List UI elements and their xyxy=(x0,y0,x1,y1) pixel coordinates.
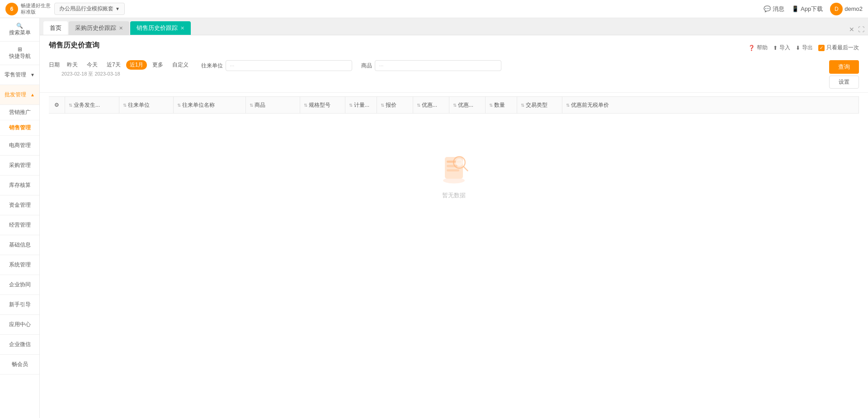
settings-button[interactable]: 设置 xyxy=(829,76,859,89)
sidebar-item-operation[interactable]: 经营管理 xyxy=(0,215,39,235)
svg-line-7 xyxy=(464,167,468,171)
sort-icon: ⇅ xyxy=(453,103,457,108)
user-menu[interactable]: D demo2 xyxy=(830,3,863,15)
partner-filter: 往来单位 ··· xyxy=(201,60,352,71)
product-filter-label: 商品 xyxy=(361,62,372,70)
query-button[interactable]: 查询 xyxy=(829,60,859,74)
top-bar-left: 6 畅捷通好生意 标准版 办公用品行业模拟账套 ▼ xyxy=(5,3,125,15)
product-input[interactable]: ··· xyxy=(375,60,501,71)
sidebar-item-enterprise[interactable]: 企业协同 xyxy=(0,275,39,295)
svg-point-6 xyxy=(456,159,463,166)
chevron-down-icon: ▼ xyxy=(115,6,120,11)
th-settings[interactable]: ⚙ xyxy=(49,97,65,113)
import-action[interactable]: ⬆ 导入 xyxy=(773,44,790,52)
logo-area: 6 畅捷通好生意 标准版 xyxy=(5,3,51,15)
th-quote[interactable]: ⇅ 报价 xyxy=(377,97,413,113)
empty-text: 暂无数据 xyxy=(442,191,466,200)
date-filter: 日期 昨天 今天 近7天 近1月 更多 自定义 2023-02-18 至 202… xyxy=(49,60,192,77)
sidebar-sub-item-sales[interactable]: 销售管理 xyxy=(0,120,39,136)
sort-icon: ⇅ xyxy=(349,103,353,108)
th-product[interactable]: ⇅ 商品 xyxy=(246,97,300,113)
th-unit[interactable]: ⇅ 计量... xyxy=(345,97,377,113)
sort-icon: ⇅ xyxy=(381,103,384,108)
page-header-actions: ❓ 帮助 ⬆ 导入 ⬇ 导出 ✓ 只看最后一次 xyxy=(748,44,859,52)
message-icon: 💬 xyxy=(764,5,771,12)
sidebar-item-app-center[interactable]: 应用中心 xyxy=(0,315,39,335)
tab-bar: 首页 采购历史价跟踪 ✕ 销售历史价跟踪 ✕ ✕ ⛶ xyxy=(40,18,868,35)
chevron-up-icon: ▲ xyxy=(30,92,35,97)
th-discount2[interactable]: ⇅ 优惠... xyxy=(449,97,486,113)
sort-icon: ⇅ xyxy=(177,103,181,108)
top-bar: 6 畅捷通好生意 标准版 办公用品行业模拟账套 ▼ 💬 消息 📱 App下载 D… xyxy=(0,0,868,18)
th-discount1[interactable]: ⇅ 优惠... xyxy=(413,97,449,113)
sidebar-item-retail[interactable]: 零售管理 ▼ xyxy=(0,65,39,85)
sort-icon: ⇅ xyxy=(123,103,127,108)
date-tab-yesterday[interactable]: 昨天 xyxy=(63,60,81,70)
top-bar-right: 💬 消息 📱 App下载 D demo2 xyxy=(764,3,863,15)
checkbox-icon: ✓ xyxy=(818,45,825,51)
content-area: 首页 采购历史价跟踪 ✕ 销售历史价跟踪 ✕ ✕ ⛶ 销售历史价查询 xyxy=(40,18,868,418)
message-nav[interactable]: 💬 消息 xyxy=(764,5,784,13)
sort-icon: ⇅ xyxy=(250,103,253,108)
tab-home-label: 首页 xyxy=(50,24,61,32)
tab-maximize-icon[interactable]: ⛶ xyxy=(858,26,864,33)
logo-text: 畅捷通好生意 标准版 xyxy=(21,3,51,14)
partner-input[interactable]: ··· xyxy=(226,60,352,71)
sidebar-item-finance[interactable]: 资金管理 xyxy=(0,195,39,215)
th-qty[interactable]: ⇅ 数量 xyxy=(486,97,517,113)
tab-purchase-history[interactable]: 采购历史价跟踪 ✕ xyxy=(69,21,129,35)
sort-icon: ⇅ xyxy=(69,103,72,108)
sidebar-item-system[interactable]: 系统管理 xyxy=(0,255,39,275)
th-tax-price[interactable]: ⇅ 优惠前无税单价 xyxy=(562,97,859,113)
th-partner-name[interactable]: ⇅ 往来单位名称 xyxy=(174,97,246,113)
sidebar-item-inventory[interactable]: 库存核算 xyxy=(0,176,39,195)
logo-icon: 6 xyxy=(5,3,18,15)
sidebar-item-basic-info[interactable]: 基础信息 xyxy=(0,235,39,255)
sort-icon: ⇅ xyxy=(417,103,420,108)
tab-sales-history[interactable]: 销售历史价跟踪 ✕ xyxy=(130,21,191,35)
only-last-checkbox[interactable]: ✓ 只看最后一次 xyxy=(818,44,859,52)
date-tab-today[interactable]: 今天 xyxy=(83,60,101,70)
sidebar-item-shortcut[interactable]: ⊞ 快捷导航 xyxy=(0,42,39,65)
help-icon: ❓ xyxy=(748,45,755,51)
table-area: ⚙ ⇅ 业务发生... ⇅ 往来单位 ⇅ 往来单位名称 xyxy=(40,96,868,236)
tab-purchase-label: 采购历史价跟踪 xyxy=(75,24,116,32)
sidebar-item-guide[interactable]: 新手引导 xyxy=(0,295,39,315)
sidebar-item-vip[interactable]: 畅会员 xyxy=(0,355,39,375)
sidebar-item-ecommerce[interactable]: 电商管理 xyxy=(0,136,39,156)
company-selector[interactable]: 办公用品行业模拟账套 ▼ xyxy=(54,3,125,15)
app-download-nav[interactable]: 📱 App下载 xyxy=(792,5,823,13)
date-range-display: 2023-02-18 至 2023-03-18 xyxy=(49,71,192,77)
date-tab-custom[interactable]: 自定义 xyxy=(169,60,192,70)
date-tab-1month[interactable]: 近1月 xyxy=(126,60,147,70)
th-spec[interactable]: ⇅ 规格型号 xyxy=(300,97,345,113)
sidebar-item-purchase[interactable]: 采购管理 xyxy=(0,156,39,176)
date-tab-more[interactable]: 更多 xyxy=(149,60,167,70)
date-tab-7days[interactable]: 近7天 xyxy=(103,60,124,70)
sidebar-item-wholesale[interactable]: 批发管理 ▲ xyxy=(0,85,39,105)
sidebar-sub-item-marketing[interactable]: 营销推广 xyxy=(0,105,39,120)
page-title: 销售历史价查询 xyxy=(49,41,99,50)
import-icon: ⬆ xyxy=(773,45,778,51)
sort-icon: ⇅ xyxy=(521,103,524,108)
th-partner-code[interactable]: ⇅ 往来单位 xyxy=(119,97,174,113)
tab-sales-close[interactable]: ✕ xyxy=(180,25,184,31)
main-layout: 🔍 搜索菜单 ⊞ 快捷导航 零售管理 ▼ 批发管理 ▲ 营销推广 销售管理 电商… xyxy=(0,18,868,418)
sidebar-item-search[interactable]: 🔍 搜索菜单 xyxy=(0,18,39,42)
th-biz-date[interactable]: ⇅ 业务发生... xyxy=(65,97,119,113)
svg-rect-4 xyxy=(447,169,459,171)
tab-home[interactable]: 首页 xyxy=(43,21,68,35)
tab-purchase-close[interactable]: ✕ xyxy=(119,25,123,31)
export-action[interactable]: ⬇ 导出 xyxy=(796,44,813,52)
sidebar: 🔍 搜索菜单 ⊞ 快捷导航 零售管理 ▼ 批发管理 ▲ 营销推广 销售管理 电商… xyxy=(0,18,40,418)
filter-buttons: 查询 设置 xyxy=(829,60,859,89)
grid-icon: ⊞ xyxy=(18,46,22,52)
phone-icon: 📱 xyxy=(792,5,799,12)
empty-illustration xyxy=(436,150,472,186)
search-icon: 🔍 xyxy=(16,23,23,29)
help-action[interactable]: ❓ 帮助 xyxy=(748,44,768,52)
tab-close-all-icon[interactable]: ✕ xyxy=(849,26,854,33)
sidebar-item-wechat[interactable]: 企业微信 xyxy=(0,335,39,355)
export-icon: ⬇ xyxy=(796,45,800,51)
th-trade-type[interactable]: ⇅ 交易类型 xyxy=(517,97,562,113)
